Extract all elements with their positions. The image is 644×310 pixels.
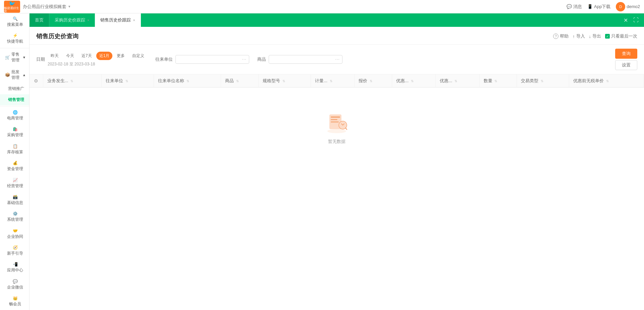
sidebar-item-enterprise[interactable]: 🤝 企业协同 [0,225,29,242]
purchase-icon: 🛍️ [13,127,18,132]
col-qty[interactable]: 数量 ⇅ [479,74,517,88]
col-partner-code[interactable]: 往来单位 ⇅ [102,74,154,88]
tab-sales-close-icon[interactable]: × [133,18,135,22]
col-discount2[interactable]: 优惠... ⇅ [436,74,479,88]
col-biz-date-label: 业务发生... [47,78,68,83]
tab-bar: 首页 采购历史价跟踪 × 销售历史价跟踪 × ✕ ⛶ [30,13,644,27]
sidebar-divider-2 [0,106,29,106]
message-action[interactable]: 💬 消息 [567,4,582,10]
sort-icon-d2: ⇅ [454,79,457,83]
app-download-action[interactable]: 📱 App下载 [587,4,610,10]
basic-icon: 🗃️ [13,195,18,199]
partner-dots-icon[interactable]: ··· [242,56,246,62]
sort-icon-trade: ⇅ [541,79,543,83]
username: demo2 [627,4,640,9]
partner-input-wrap[interactable]: ··· [175,55,249,64]
sidebar-label-search: 搜索菜单 [7,22,23,28]
date-btn-7days[interactable]: 近7天 [78,52,95,60]
sidebar-item-ecom[interactable]: 🌐 电商管理 [0,107,29,124]
main-layout: 🔍 搜索菜单 ⚡ 快捷导航 🛒 零售管理 ▾ 📦 批发管理 ▴ 营销推广 销售管 [0,13,644,310]
top-bar-right: 💬 消息 📱 App下载 D demo2 [567,2,640,11]
sidebar-item-business[interactable]: 📈 经营管理 [0,175,29,192]
sidebar-label-sales: 销售管理 [8,97,24,102]
sidebar: 🔍 搜索菜单 ⚡ 快捷导航 🛒 零售管理 ▾ 📦 批发管理 ▴ 营销推广 销售管 [0,13,30,310]
tab-purchase-history[interactable]: 采购历史价跟踪 × [49,13,95,27]
date-btn-custom[interactable]: 自定义 [129,52,147,60]
sidebar-item-retail[interactable]: 🛒 零售管理 ▾ [0,49,29,66]
last-once-label[interactable]: 只看最后一次 [605,33,637,39]
partner-input[interactable] [178,57,242,62]
sidebar-item-wholesale[interactable]: 📦 批发管理 ▴ [0,66,29,83]
setting-button[interactable]: 设置 [615,60,637,70]
col-goods-label: 商品 [225,78,234,83]
sidebar-item-basic[interactable]: 🗃️ 基础信息 [0,192,29,208]
last-once-checkbox[interactable] [605,34,610,39]
col-price[interactable]: 报价 ⇅ [355,74,392,88]
user-area[interactable]: D demo2 [616,2,640,11]
col-discount1[interactable]: 优惠... ⇅ [392,74,436,88]
sidebar-label-basic: 基础信息 [7,200,23,206]
col-goods[interactable]: 商品 ⇅ [221,74,259,88]
sidebar-sub-marketing[interactable]: 营销推广 [0,83,29,94]
col-spec-label: 规格型号 [263,78,280,83]
date-btn-yesterday[interactable]: 昨天 [48,52,62,60]
page-title: 销售历史价查询 [36,32,78,40]
date-range-display: 2023-02-18 至 2023-03-18 [48,61,147,67]
sidebar-item-wechat[interactable]: 💬 企业微信 [0,276,29,293]
tab-close-all-icon[interactable]: ✕ [622,16,629,25]
col-pretax-label: 优惠前无税单价 [573,78,604,83]
goods-input[interactable] [272,57,335,62]
sidebar-item-system[interactable]: ⚙️ 系统管理 [0,209,29,225]
sort-icon-d1: ⇅ [411,79,414,83]
logo-icon: 🐦 [9,0,15,7]
import-action[interactable]: ↑ 导入 [573,33,585,39]
col-spec[interactable]: 规格型号 ⇅ [259,74,311,88]
sort-icon-goods: ⇅ [236,79,239,83]
col-price-label: 报价 [359,78,367,83]
sidebar-item-member[interactable]: 👑 畅会员 [0,293,29,310]
sidebar-item-quick-nav[interactable]: ⚡ 快捷导航 [0,30,29,47]
page-header-actions: ? 帮助 ↑ 导入 ↓ 导出 只看最后一次 [553,33,637,39]
date-btn-more[interactable]: 更多 [114,52,128,60]
gear-icon[interactable]: ⚙ [34,78,38,84]
col-unit[interactable]: 计量... ⇅ [311,74,355,88]
col-pretax[interactable]: 优惠前无税单价 ⇅ [569,74,644,88]
help-action[interactable]: ? 帮助 [553,33,569,39]
wholesale-label-wrap: 📦 批发管理 [5,69,22,81]
goods-input-wrap[interactable]: ··· [269,55,342,64]
col-trade-type[interactable]: 交易类型 ⇅ [517,74,569,88]
logo: 🐦 畅捷通好生意 [4,1,20,13]
sidebar-item-appstore[interactable]: 📲 应用中心 [0,259,29,276]
col-partner-name[interactable]: 往来单位名称 ⇅ [154,74,221,88]
wechat-icon: 💬 [13,279,18,284]
export-action[interactable]: ↓ 导出 [589,33,601,39]
col-biz-date[interactable]: 业务发生... ⇅ [43,74,102,88]
sidebar-item-inventory[interactable]: 📋 库存核算 [0,141,29,158]
tab-sales-label: 销售历史价跟踪 [100,17,131,23]
partner-filter-group: 往来单位 ··· [155,55,249,64]
sidebar-item-guide[interactable]: 🧭 新手引导 [0,242,29,259]
avatar: D [616,2,625,11]
sort-icon-qty: ⇅ [494,79,497,83]
sidebar-item-finance[interactable]: 💰 资金管理 [0,158,29,174]
retail-icon: 🛒 [5,55,10,60]
tab-purchase-label: 采购历史价跟踪 [55,17,85,23]
phone-icon: 📱 [587,4,593,9]
col-partner-code-label: 往来单位 [106,78,123,83]
workspace-chevron-icon[interactable]: ▾ [68,4,70,9]
goods-dots-icon[interactable]: ··· [335,56,339,62]
tab-bar-actions: ✕ ⛶ [618,16,644,25]
tab-sales-history[interactable]: 销售历史价跟踪 × [95,13,141,27]
sidebar-item-search-menu[interactable]: 🔍 搜索菜单 [0,13,29,30]
app-download-label: App下载 [594,4,610,10]
tab-purchase-close-icon[interactable]: × [87,18,89,22]
sidebar-label-guide: 新手引导 [7,251,23,256]
tab-home[interactable]: 首页 [30,13,49,27]
date-btn-1month[interactable]: 近1月 [96,52,113,60]
sidebar-sub-sales[interactable]: 销售管理 [0,94,29,105]
sidebar-item-purchase[interactable]: 🛍️ 采购管理 [0,124,29,141]
date-btn-today[interactable]: 今天 [63,52,77,60]
query-button[interactable]: 查询 [615,49,637,59]
table-header-row: ⚙ 业务发生... ⇅ 往来单位 ⇅ 往来单位名称 [30,74,644,88]
tab-fullscreen-icon[interactable]: ⛶ [632,16,640,24]
